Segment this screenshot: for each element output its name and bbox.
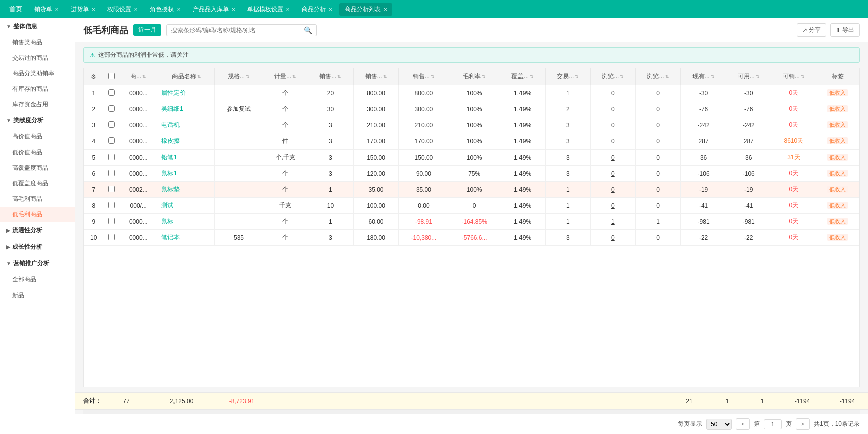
cell-name[interactable]: 笔记本 (158, 230, 215, 246)
nav-close-role[interactable]: ✕ (177, 7, 181, 12)
cell-view1[interactable]: 0 (590, 117, 635, 133)
sidebar-item-all-products[interactable]: 全部商品 (0, 272, 75, 287)
view1-link[interactable]: 0 (611, 122, 615, 129)
nav-product-analysis-list[interactable]: 商品分析列表 ✕ (339, 3, 392, 16)
view1-link[interactable]: 0 (611, 90, 615, 97)
cell-name[interactable]: 鼠标1 (158, 166, 215, 182)
sort-sales-price[interactable]: ⇅ (383, 74, 387, 79)
sidebar-group-liquidity[interactable]: ▶ 流通性分析 (0, 222, 75, 239)
view1-link[interactable]: 0 (611, 170, 615, 177)
select-all-checkbox[interactable] (108, 73, 115, 79)
sidebar-item-high-coverage[interactable]: 高覆盖度商品 (0, 160, 75, 176)
cell-check[interactable] (104, 101, 119, 117)
nav-close-purchase[interactable]: ✕ (91, 7, 95, 12)
prev-page-button[interactable]: ＜ (736, 418, 750, 430)
cell-check[interactable] (104, 133, 119, 150)
sort-available[interactable]: ⇅ (756, 74, 760, 79)
nav-close-template[interactable]: ✕ (286, 7, 290, 12)
th-name[interactable]: 商品名称⇅ (158, 68, 215, 85)
cell-check[interactable] (104, 166, 119, 182)
row-checkbox[interactable] (108, 218, 115, 224)
row-checkbox[interactable] (108, 105, 115, 112)
sidebar-group-marketing[interactable]: ▼ 营销推广分析 (0, 255, 75, 272)
sidebar-item-high-gross[interactable]: 高毛利商品 (0, 191, 75, 207)
sort-trade[interactable]: ⇅ (575, 74, 579, 79)
sidebar-item-traded-products[interactable]: 交易过的商品 (0, 50, 75, 66)
cell-check[interactable] (104, 198, 119, 214)
cell-view1[interactable]: 0 (590, 230, 635, 246)
sidebar-group-overall[interactable]: ▼ 整体信息 (0, 18, 75, 35)
th-unit[interactable]: 计量...⇅ (263, 68, 308, 85)
row-checkbox[interactable] (108, 154, 115, 160)
nav-product-inbound[interactable]: 产品品入库单 ✕ (188, 3, 240, 16)
export-button[interactable]: ⬆ 导出 (830, 23, 860, 37)
nav-close-product-inbound[interactable]: ✕ (231, 7, 235, 12)
view1-link[interactable]: 0 (611, 202, 615, 209)
nav-product-analysis[interactable]: 商品分析 ✕ (297, 3, 337, 16)
row-checkbox[interactable] (108, 202, 115, 208)
view1-link[interactable]: 0 (611, 154, 615, 161)
share-button[interactable]: ↗ 分享 (797, 23, 826, 37)
next-page-button[interactable]: ＞ (796, 418, 810, 430)
sort-view1[interactable]: ⇅ (620, 74, 624, 79)
cell-view1[interactable]: 0 (590, 85, 635, 101)
row-checkbox[interactable] (108, 234, 115, 240)
search-icon[interactable]: 🔍 (304, 26, 312, 34)
cell-check[interactable] (104, 230, 119, 246)
th-view2[interactable]: 浏览...⇅ (635, 68, 680, 85)
sidebar-item-stock-products[interactable]: 有库存的商品 (0, 81, 75, 97)
nav-home[interactable]: 首页 (4, 3, 27, 16)
th-code[interactable]: 商...⇅ (119, 68, 158, 85)
th-settings[interactable]: ⚙ (84, 68, 104, 85)
cell-view1[interactable]: 0 (590, 166, 635, 182)
sort-spec[interactable]: ⇅ (246, 74, 250, 79)
th-gross-rate[interactable]: 毛利率⇅ (449, 68, 500, 85)
th-sales-profit[interactable]: 销售...⇅ (399, 68, 449, 85)
filter-button[interactable]: 近一月 (133, 24, 161, 36)
view1-link[interactable]: 0 (611, 106, 615, 113)
nav-permission[interactable]: 权限设置 ✕ (102, 3, 143, 16)
cell-view1[interactable]: 0 (590, 150, 635, 166)
horizontal-scrollbar[interactable] (83, 410, 860, 414)
sort-saleable[interactable]: ⇅ (801, 74, 805, 79)
row-checkbox[interactable] (108, 186, 115, 192)
row-checkbox[interactable] (108, 137, 115, 144)
sidebar-item-new-products[interactable]: 新品 (0, 287, 75, 303)
sidebar-item-category-rate[interactable]: 商品分类助销率 (0, 66, 75, 81)
th-sales-qty[interactable]: 销售...⇅ (308, 68, 353, 85)
nav-close-product-analysis-list[interactable]: ✕ (383, 7, 387, 12)
nav-purchase[interactable]: 进货单 ✕ (66, 3, 100, 16)
th-trade[interactable]: 交易...⇅ (545, 68, 590, 85)
sidebar-item-low-gross[interactable]: 低毛利商品 (0, 207, 75, 222)
nav-close-sales[interactable]: ✕ (55, 7, 59, 12)
th-spec[interactable]: 规格...⇅ (215, 68, 263, 85)
th-view1[interactable]: 浏览...⇅ (590, 68, 635, 85)
sidebar-item-low-value[interactable]: 低价值商品 (0, 144, 75, 160)
th-current-qty[interactable]: 现有...⇅ (681, 68, 726, 85)
nav-close-product-analysis[interactable]: ✕ (328, 7, 332, 12)
sidebar-group-growth[interactable]: ▶ 成长性分析 (0, 239, 75, 255)
sidebar-item-high-value[interactable]: 高价值商品 (0, 129, 75, 144)
sidebar-item-low-coverage[interactable]: 低覆盖度商品 (0, 176, 75, 191)
row-checkbox[interactable] (108, 89, 115, 96)
nav-role[interactable]: 角色授权 ✕ (145, 3, 186, 16)
sort-sales-qty[interactable]: ⇅ (337, 74, 341, 79)
cell-name[interactable]: 吴细细1 (158, 101, 215, 117)
sidebar-group-contribution[interactable]: ▼ 类献度分析 (0, 112, 75, 129)
th-saleable[interactable]: 可销...⇅ (771, 68, 816, 85)
cell-view1[interactable]: 0 (590, 182, 635, 198)
nav-close-permission[interactable]: ✕ (134, 7, 138, 12)
row-checkbox[interactable] (108, 121, 115, 128)
sort-cover-rate[interactable]: ⇅ (530, 74, 534, 79)
cell-name[interactable]: 测试 (158, 198, 215, 214)
cell-view1[interactable]: 1 (590, 214, 635, 230)
sort-sales-profit[interactable]: ⇅ (431, 74, 435, 79)
cell-view1[interactable]: 0 (590, 101, 635, 117)
view1-link[interactable]: 0 (611, 186, 615, 193)
settings-icon[interactable]: ⚙ (91, 73, 96, 80)
th-sales-price[interactable]: 销售...⇅ (353, 68, 398, 85)
th-cover-rate[interactable]: 覆盖...⇅ (500, 68, 545, 85)
search-input[interactable] (171, 27, 304, 34)
sort-current[interactable]: ⇅ (711, 74, 715, 79)
cell-name[interactable]: 铅笔1 (158, 150, 215, 166)
